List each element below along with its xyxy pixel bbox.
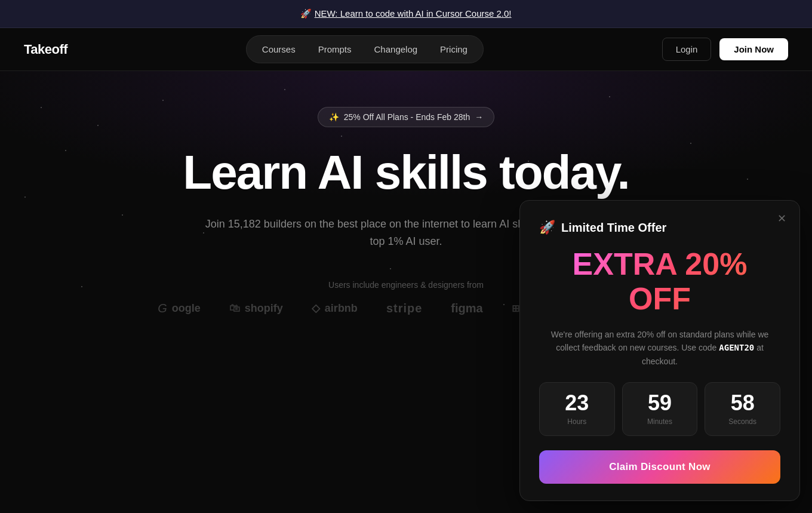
popup-header: 🚀 Limited Time Offer	[539, 220, 780, 235]
claim-discount-button[interactable]: Claim Discount Now	[539, 450, 780, 484]
join-now-button[interactable]: Join Now	[719, 38, 788, 60]
countdown-hours-label: Hours	[547, 417, 607, 426]
announcement-banner[interactable]: 🚀 NEW: Learn to code with AI in Cursor C…	[0, 0, 812, 28]
countdown-seconds-label: Seconds	[712, 417, 773, 426]
logo-airbnb: ◇ airbnb	[312, 302, 358, 315]
popup-close-button[interactable]: ✕	[773, 210, 790, 227]
countdown-seconds-box: 58 Seconds	[705, 382, 780, 436]
logo-figma: figma	[451, 302, 482, 315]
banner-link[interactable]: NEW: Learn to code with AI in Cursor Cou…	[315, 8, 512, 19]
popup-description: We're offering an extra 20% off on stand…	[539, 328, 780, 368]
countdown-hours-box: 23 Hours	[539, 382, 615, 436]
countdown-minutes-box: 59 Minutes	[622, 382, 698, 436]
promo-badge-arrow: →	[475, 112, 483, 122]
logo-stripe: stripe	[386, 302, 422, 315]
promo-badge[interactable]: ✨ 25% Off All Plans - Ends Feb 28th →	[318, 107, 494, 127]
logo-google: G oogle	[158, 302, 201, 315]
hero-title: Learn AI skills today.	[183, 146, 629, 199]
popup-offer-text: EXTRA 20% OFF	[539, 247, 780, 315]
header: Takeoff Courses Prompts Changelog Pricin…	[0, 28, 812, 71]
countdown-row: 23 Hours 59 Minutes 58 Seconds	[539, 382, 780, 436]
popup-modal: ✕ 🚀 Limited Time Offer EXTRA 20% OFF We'…	[519, 200, 800, 501]
nav-item-pricing[interactable]: Pricing	[429, 39, 478, 59]
header-actions: Login Join Now	[662, 38, 788, 61]
login-button[interactable]: Login	[662, 38, 712, 61]
countdown-seconds-value: 58	[712, 392, 773, 414]
countdown-hours-value: 23	[547, 392, 607, 414]
site-logo[interactable]: Takeoff	[24, 42, 67, 57]
countdown-minutes-value: 59	[630, 392, 690, 414]
nav-item-courses[interactable]: Courses	[251, 39, 306, 59]
countdown-minutes-label: Minutes	[630, 417, 690, 426]
logo-shopify: 🛍 shopify	[229, 302, 283, 315]
banner-rocket-icon: 🚀	[300, 8, 312, 19]
popup-promo-code: AGENT20	[719, 343, 754, 352]
promo-badge-icon: ✨	[329, 112, 339, 122]
nav-item-changelog[interactable]: Changelog	[364, 39, 429, 59]
nav-bar: Courses Prompts Changelog Pricing	[246, 35, 484, 63]
nav-item-prompts[interactable]: Prompts	[307, 39, 362, 59]
popup-header-title: Limited Time Offer	[561, 221, 666, 235]
promo-badge-text: 25% Off All Plans - Ends Feb 28th	[344, 112, 470, 122]
popup-header-icon: 🚀	[539, 220, 555, 235]
